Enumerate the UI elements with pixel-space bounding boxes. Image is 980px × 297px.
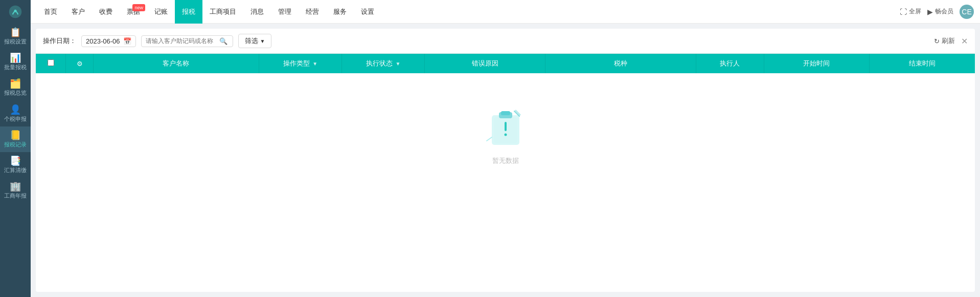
select-all-checkbox[interactable] [48,59,54,66]
th-status[interactable]: 执行状态 ▼ [342,54,425,73]
tax-settings-icon: 📋 [10,28,21,37]
chevron-down-icon: ▼ [260,38,265,44]
content-area: 操作日期： 2023-06-06 📅 🔍 筛选 ▼ ↻ 刷新 ✕ [36,29,975,292]
toolbar: 操作日期： 2023-06-06 📅 🔍 筛选 ▼ ↻ 刷新 ✕ [36,29,975,54]
sidebar: 📋 报税设置 📊 批量报税 🗂️ 报税总览 👤 个税申报 📒 报税记录 📑 汇算… [0,0,31,297]
sidebar-item-batch-tax[interactable]: 📊 批量报税 [0,49,31,75]
svg-rect-6 [505,122,507,131]
topnav-item-customers[interactable]: 客户 [64,0,92,24]
data-table: ⚙ 客户名称 操作类型 ▼ 执行状态 ▼ 错误原因 税种 执行 [36,54,975,73]
topnav-item-operations[interactable]: 经营 [299,0,326,24]
member-button[interactable]: ▶ 畅会员 [927,7,953,16]
sidebar-item-tax-overview-label: 报税总览 [4,90,27,96]
svg-line-10 [487,137,492,141]
svg-point-1 [14,10,16,12]
calendar-icon: 📅 [123,37,131,45]
date-label: 操作日期： [43,36,76,46]
sidebar-item-batch-tax-label: 批量报税 [4,64,27,71]
toolbar-right: ↻ 刷新 ✕ [934,36,968,46]
svg-point-7 [504,134,507,136]
topnav-item-tax[interactable]: 报税 [175,0,202,24]
refresh-icon: ↻ [934,37,940,45]
th-op-type-label: 操作类型 [283,59,310,67]
th-tax-type: 税种 [545,54,696,73]
sidebar-item-tax-settings-label: 报税设置 [4,38,27,45]
topnav-item-invoices[interactable]: 票据 new [120,0,147,24]
tax-overview-icon: 🗂️ [10,79,21,88]
topnav-item-commerce[interactable]: 工商项目 [202,0,243,24]
sidebar-item-annual-report[interactable]: 🏢 工商年报 [0,178,31,203]
empty-icon [483,104,529,150]
date-picker[interactable]: 2023-06-06 📅 [81,35,136,47]
th-checkbox[interactable] [36,54,66,73]
member-icon: ▶ [927,8,933,16]
settlement-icon: 📑 [10,156,21,165]
topnav: 首页 客户 收费 票据 new 记账 报税 工商项目 消息 管理 经营 服务 设… [31,0,980,24]
topnav-items: 首页 客户 收费 票据 new 记账 报税 工商项目 消息 管理 经营 服务 设… [37,0,900,24]
fullscreen-icon: ⛶ [900,8,907,16]
th-status-label: 执行状态 [366,59,393,67]
tax-records-icon: 📒 [10,131,21,140]
new-badge: new [132,4,145,12]
status-sort-icon: ▼ [395,61,400,67]
table-header-row: ⚙ 客户名称 操作类型 ▼ 执行状态 ▼ 错误原因 税种 执行 [36,54,975,73]
th-end-time: 结束时间 [870,54,975,73]
member-label: 畅会员 [935,7,953,16]
search-input[interactable] [146,37,217,45]
topnav-item-settings[interactable]: 设置 [354,0,381,24]
filter-button[interactable]: 筛选 ▼ [238,34,272,48]
topnav-item-home[interactable]: 首页 [37,0,64,24]
main-area: 首页 客户 收费 票据 new 记账 报税 工商项目 消息 管理 经营 服务 设… [31,0,980,297]
empty-text: 暂无数据 [492,156,519,165]
close-button[interactable]: ✕ [961,36,968,46]
table-container[interactable]: ⚙ 客户名称 操作类型 ▼ 执行状态 ▼ 错误原因 税种 执行 [36,54,975,292]
date-value: 2023-06-06 [86,37,120,45]
sidebar-item-settlement-label: 汇算清缴 [4,167,27,174]
column-settings-icon[interactable]: ⚙ [77,60,83,68]
filter-label: 筛选 [245,36,258,46]
th-executor: 执行人 [696,54,764,73]
topnav-item-services[interactable]: 服务 [326,0,354,24]
topnav-right: ⛶ 全屏 ▶ 畅会员 CE [900,5,974,19]
sidebar-item-tax-records[interactable]: 📒 报税记录 [0,126,31,152]
refresh-button[interactable]: ↻ 刷新 [934,36,955,46]
th-op-type[interactable]: 操作类型 ▼ [259,54,341,73]
topnav-item-management[interactable]: 管理 [271,0,299,24]
search-icon: 🔍 [219,37,227,45]
annual-report-icon: 🏢 [10,182,21,191]
sidebar-item-tax-overview[interactable]: 🗂️ 报税总览 [0,75,31,100]
sidebar-item-personal-tax-label: 个税申报 [4,116,27,122]
fullscreen-button[interactable]: ⛶ 全屏 [900,7,921,16]
sidebar-item-personal-tax[interactable]: 👤 个税申报 [0,101,31,126]
topnav-item-accounting[interactable]: 记账 [147,0,175,24]
refresh-label: 刷新 [942,36,955,46]
th-client-name: 客户名称 [93,54,259,73]
th-error: 错误原因 [425,54,545,73]
sidebar-item-tax-settings[interactable]: 📋 报税设置 [0,24,31,49]
sidebar-logo[interactable] [0,0,31,24]
sidebar-item-annual-report-label: 工商年报 [4,193,27,199]
search-box[interactable]: 🔍 [141,35,233,47]
fullscreen-label: 全屏 [909,7,921,16]
op-type-sort-icon: ▼ [312,61,317,67]
user-avatar[interactable]: CE [960,5,974,19]
sidebar-item-settlement[interactable]: 📑 汇算清缴 [0,152,31,178]
topnav-item-messages[interactable]: 消息 [243,0,271,24]
th-settings[interactable]: ⚙ [66,54,93,73]
personal-tax-icon: 👤 [10,105,21,114]
svg-rect-5 [501,111,510,115]
th-start-time: 开始时间 [764,54,869,73]
sidebar-item-tax-records-label: 报税记录 [4,141,27,148]
topnav-item-billing[interactable]: 收费 [92,0,120,24]
empty-state: 暂无数据 [36,73,975,186]
batch-tax-icon: 📊 [10,53,21,62]
